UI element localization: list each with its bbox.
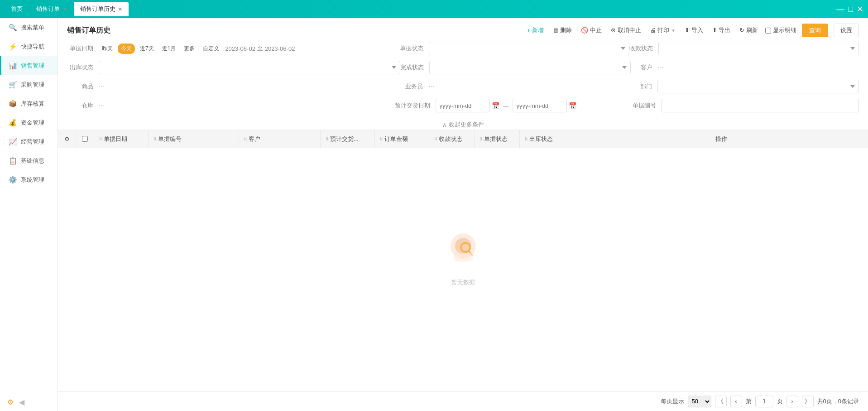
- th-doc-no[interactable]: ⇅ 单据编号: [149, 130, 239, 148]
- sidebar-item-finance[interactable]: 💰 资金管理: [0, 113, 58, 132]
- sidebar-sales-label: 销售管理: [21, 62, 44, 70]
- settings-bottom-icon[interactable]: ⚙: [7, 398, 14, 406]
- salesman-ellipsis[interactable]: ···: [428, 83, 434, 90]
- import-button[interactable]: ⬇ 导入: [683, 25, 705, 35]
- tab-home[interactable]: 首页: [5, 2, 29, 16]
- cancel-stop-button[interactable]: ⊗ 取消中止: [609, 25, 643, 35]
- maximize-icon[interactable]: □: [848, 5, 853, 14]
- last-page-icon: 》: [805, 397, 810, 406]
- tab-sales-order[interactable]: 销售订单 ✕: [30, 2, 73, 16]
- expected-date-to[interactable]: [513, 99, 567, 112]
- tab-sales-order-history[interactable]: 销售订单历史 ✕: [74, 2, 129, 16]
- last7-btn[interactable]: 近7天: [137, 44, 157, 54]
- receipt-status-select[interactable]: [658, 42, 859, 55]
- th-settings[interactable]: ⚙: [58, 130, 76, 148]
- receipt-status-field: [658, 42, 859, 55]
- th-checkbox[interactable]: [76, 130, 94, 148]
- last-month-btn[interactable]: 近1月: [159, 44, 179, 54]
- th-doc-status-label: 单据状态: [484, 135, 508, 143]
- department-field: [657, 80, 859, 93]
- th-doc-date[interactable]: ⇅ 单据日期: [94, 130, 149, 148]
- sidebar-item-search[interactable]: 🔍 搜索菜单: [0, 18, 58, 37]
- purchase-icon: 🛒: [9, 81, 17, 89]
- query-button[interactable]: 查询: [802, 24, 828, 37]
- sort-icon-status: ⇅: [479, 136, 483, 141]
- prev-page-btn[interactable]: ‹: [730, 396, 742, 407]
- calendar-to-icon[interactable]: 📅: [569, 102, 576, 109]
- last-page-btn[interactable]: 》: [802, 396, 814, 407]
- product-ellipsis[interactable]: ···: [99, 83, 105, 90]
- customer-field: ···: [658, 64, 859, 71]
- page-number-input[interactable]: [755, 396, 773, 407]
- tab-sales-order-history-close[interactable]: ✕: [118, 6, 122, 12]
- sidebar-purchase-label: 采购管理: [21, 81, 44, 89]
- sidebar-item-system[interactable]: ⚙️ 系统管理: [0, 170, 58, 189]
- sidebar-item-operations[interactable]: 📈 经营管理: [0, 132, 58, 151]
- out-status-field: [99, 61, 400, 74]
- custom-date-btn[interactable]: 自定义: [200, 44, 222, 54]
- out-status-label: 出库状态: [67, 63, 99, 72]
- minimize-icon[interactable]: —: [836, 5, 844, 14]
- filter-row-1: 单据日期 昨天 今天 近7天 近1月 更多 自定义 2023-06-02 至 2…: [67, 42, 859, 55]
- settings-icon: ⚙: [64, 135, 70, 142]
- filter-row-3: 商品 ··· 业务员 ··· 部门: [67, 80, 859, 93]
- yesterday-btn[interactable]: 昨天: [99, 44, 116, 54]
- th-amount[interactable]: ⇅ 订单金额: [375, 130, 429, 148]
- th-doc-status[interactable]: ⇅ 单据状态: [475, 130, 520, 148]
- quick-nav-icon: ⚡: [9, 43, 17, 51]
- customer-ellipsis[interactable]: ···: [658, 64, 664, 71]
- first-page-btn[interactable]: 《: [715, 396, 727, 407]
- th-customer[interactable]: ⇅ 客户: [239, 130, 321, 148]
- doc-status-select[interactable]: [429, 42, 629, 55]
- department-select[interactable]: [657, 80, 859, 93]
- collapse-label: 收起更多条件: [449, 121, 484, 129]
- sidebar-item-sales[interactable]: 📊 销售管理: [0, 56, 58, 75]
- complete-status-label: 完成状态: [400, 63, 429, 72]
- calendar-from-icon[interactable]: 📅: [492, 102, 499, 109]
- out-status-select[interactable]: [99, 61, 400, 74]
- select-all-checkbox[interactable]: [82, 136, 88, 142]
- sort-icon-amount: ⇅: [379, 136, 383, 141]
- per-page-select[interactable]: 50 20 100 200: [688, 396, 711, 407]
- delete-btn-label: 🗑 删除: [553, 26, 572, 34]
- sidebar: 🔍 搜索菜单 ⚡ 快捷导航 📊 销售管理 🛒 采购管理 📦 库存核算 💰 资金管…: [0, 18, 58, 411]
- settings-button[interactable]: 设置: [834, 24, 859, 37]
- doc-status-field: [429, 42, 629, 55]
- inventory-icon: 📦: [9, 100, 17, 108]
- print-dropdown-icon[interactable]: ▼: [671, 28, 676, 33]
- stop-button[interactable]: 🚫 中止: [579, 25, 604, 35]
- sidebar-finance-label: 资金管理: [21, 119, 44, 127]
- sidebar-item-quick-nav[interactable]: ⚡ 快捷导航: [0, 37, 58, 56]
- th-customer-label: 客户: [249, 135, 260, 143]
- new-button[interactable]: + 新增: [525, 25, 546, 35]
- th-out-status[interactable]: ⇅ 出库状态: [520, 130, 574, 148]
- th-doc-no-label: 单据编号: [158, 135, 182, 143]
- collapse-sidebar-icon[interactable]: ◀: [19, 398, 24, 406]
- tab-sales-order-close[interactable]: ✕: [62, 6, 67, 12]
- sidebar-item-inventory[interactable]: 📦 库存核算: [0, 94, 58, 113]
- collapse-conditions-btn[interactable]: ∧ 收起更多条件: [67, 118, 859, 130]
- expected-date-from[interactable]: [436, 99, 490, 112]
- sidebar-quick-nav-label: 快捷导航: [21, 43, 44, 51]
- next-page-btn[interactable]: ›: [786, 396, 798, 407]
- today-btn[interactable]: 今天: [118, 44, 135, 54]
- refresh-button[interactable]: ↻ 刷新: [738, 25, 760, 35]
- display-toggle: 显示明细: [765, 26, 796, 34]
- doc-number-input[interactable]: [662, 99, 859, 112]
- th-receipt-status[interactable]: ⇅ 收款状态: [429, 130, 475, 148]
- close-window-icon[interactable]: ✕: [857, 4, 863, 14]
- sidebar-item-base-info[interactable]: 📋 基础信息: [0, 151, 58, 170]
- th-delivery[interactable]: ⇅ 预计交货...: [321, 130, 375, 148]
- print-button[interactable]: 🖨 打印 ▼: [648, 25, 678, 35]
- sidebar-item-purchase[interactable]: 🛒 采购管理: [0, 75, 58, 94]
- prev-page-icon: ‹: [735, 398, 737, 405]
- export-button[interactable]: ⬆ 导出: [710, 25, 733, 35]
- display-toggle-checkbox[interactable]: [765, 28, 771, 34]
- warehouse-ellipsis[interactable]: ···: [99, 102, 105, 109]
- th-amount-label: 订单金额: [384, 135, 408, 143]
- delete-button[interactable]: 🗑 删除: [551, 25, 574, 35]
- salesman-field: ···: [428, 83, 630, 90]
- more-date-btn[interactable]: 更多: [181, 44, 198, 54]
- page-title: 销售订单历史: [67, 26, 110, 35]
- complete-status-select[interactable]: [429, 61, 630, 74]
